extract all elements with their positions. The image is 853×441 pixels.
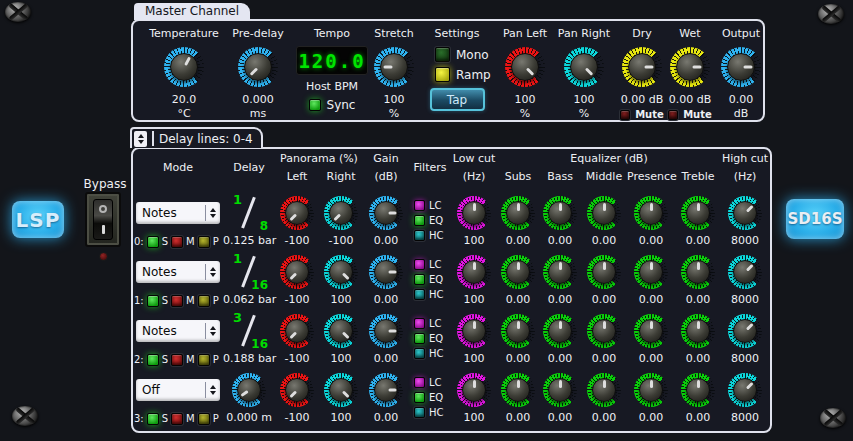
lowcut-knob-2[interactable] [457,314,491,348]
sync-led[interactable] [309,99,321,111]
bass-knob-1[interactable] [543,255,577,289]
output-unit: dB [734,107,749,120]
highcut-knob-1[interactable] [728,255,762,289]
temperature-knob[interactable] [164,47,204,87]
treble-knob-0[interactable] [681,196,715,230]
lowcut-enable-led-0[interactable] [414,200,425,211]
stretch-knob[interactable] [374,47,414,87]
lowcut-knob-0[interactable] [457,196,491,230]
pan-right-knob-0[interactable] [324,196,358,230]
ramp-led[interactable] [435,67,450,82]
middle-knob-0[interactable] [587,196,621,230]
pan-left-knob-2[interactable] [280,314,314,348]
pan-right-knob-2[interactable] [324,314,358,348]
bass-knob-2[interactable] [543,314,577,348]
mode-spinner-0[interactable] [205,205,220,221]
stretch-label: Stretch [374,27,414,42]
pan-right-knob[interactable] [564,47,604,87]
subs-knob-2[interactable] [501,314,535,348]
mode-select-0[interactable]: Notes [136,202,220,224]
middle-knob-1[interactable] [587,255,621,289]
gain-knob-3[interactable] [369,373,403,407]
delay-fraction-0[interactable]: 18 [231,193,267,233]
eq-enable-led-0[interactable] [414,215,425,226]
pan-left-knob-1[interactable] [280,255,314,289]
output-knob[interactable] [721,47,761,87]
delay-fraction-1[interactable]: 116 [231,252,267,292]
pan-left-knob-3[interactable] [280,373,314,407]
delay-lines-spinner[interactable] [134,131,147,147]
bass-knob-3[interactable] [543,373,577,407]
highcut-enable-led-3[interactable] [414,407,425,418]
treble-knob-2[interactable] [681,314,715,348]
lowcut-enable-led-1[interactable] [414,259,425,270]
lowcut-enable-led-2[interactable] [414,318,425,329]
eq-enable-led-2[interactable] [414,333,425,344]
highcut-knob-0[interactable] [728,196,762,230]
mode-header: Mode [133,161,223,174]
lowcut-value-2: 100 [451,352,497,367]
subs-knob-0[interactable] [501,196,535,230]
lsp-logo[interactable]: LSP [12,201,64,238]
phase-led-2[interactable] [198,354,210,366]
phase-led-3[interactable] [198,413,210,425]
wet-mute-led[interactable] [668,110,678,120]
pan-left-knob[interactable] [505,47,545,87]
pan-left-knob-0[interactable] [280,196,314,230]
stretch-unit: % [389,107,399,120]
presence-knob-2[interactable] [634,314,668,348]
pan-right-knob-1[interactable] [324,255,358,289]
solo-led-1[interactable] [147,295,159,307]
phase-led-1[interactable] [198,295,210,307]
phase-led-0[interactable] [198,236,210,248]
wet-knob[interactable] [670,47,710,87]
mode-spinner-3[interactable] [205,382,220,398]
bypass-switch[interactable] [85,192,121,247]
presence-knob-3[interactable] [634,373,668,407]
mode-spinner-1[interactable] [205,264,220,280]
middle-knob-3[interactable] [587,373,621,407]
mute-led-2[interactable] [171,354,183,366]
highcut-knob-2[interactable] [728,314,762,348]
solo-led-2[interactable] [147,354,159,366]
tap-button[interactable]: Tap [430,88,485,111]
delay-knob-3[interactable] [232,373,266,407]
subs-knob-1[interactable] [501,255,535,289]
eq-enable-led-1[interactable] [414,274,425,285]
treble-knob-3[interactable] [681,373,715,407]
lowcut-knob-1[interactable] [457,255,491,289]
treble-knob-1[interactable] [681,255,715,289]
presence-knob-0[interactable] [634,196,668,230]
dry-knob[interactable] [622,47,662,87]
solo-led-3[interactable] [147,413,159,425]
highcut-enable-led-0[interactable] [414,230,425,241]
mode-select-3[interactable]: Off [136,379,220,401]
mode-select-1[interactable]: Notes [136,261,220,283]
presence-knob-1[interactable] [634,255,668,289]
mono-led[interactable] [435,47,450,62]
dry-mute-led[interactable] [620,110,630,120]
mute-led-1[interactable] [171,295,183,307]
gain-knob-1[interactable] [369,255,403,289]
middle-knob-2[interactable] [587,314,621,348]
subs-knob-3[interactable] [501,373,535,407]
predelay-knob[interactable] [238,47,278,87]
lowcut-knob-3[interactable] [457,373,491,407]
bass-knob-0[interactable] [543,196,577,230]
highcut-knob-3[interactable] [728,373,762,407]
highcut-enable-led-2[interactable] [414,348,425,359]
lowcut-enable-led-3[interactable] [414,377,425,388]
pan-right-value: 100 [574,93,595,106]
highcut-enable-led-1[interactable] [414,289,425,300]
bypass-rocker[interactable] [93,199,113,240]
mute-led-3[interactable] [171,413,183,425]
gain-knob-2[interactable] [369,314,403,348]
delay-fraction-2[interactable]: 316 [231,311,267,351]
solo-led-0[interactable] [147,236,159,248]
mode-spinner-2[interactable] [205,323,220,339]
eq-enable-led-3[interactable] [414,392,425,403]
pan-right-knob-3[interactable] [324,373,358,407]
mode-select-2[interactable]: Notes [136,320,220,342]
gain-knob-0[interactable] [369,196,403,230]
mute-led-0[interactable] [171,236,183,248]
